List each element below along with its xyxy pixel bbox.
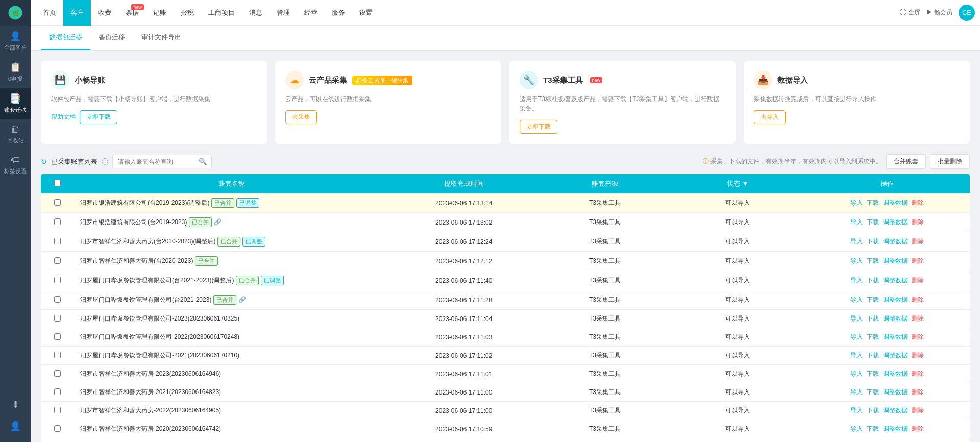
row-action-10-删除[interactable]: 删除 <box>912 388 924 397</box>
row-checkbox-10[interactable] <box>54 388 61 395</box>
download-now-btn[interactable]: 立即下载 <box>80 110 117 124</box>
row-action-8-调整数据[interactable]: 调整数据 <box>883 351 908 360</box>
row-action-2-下载[interactable]: 下载 <box>867 237 879 246</box>
row-action-1-删除[interactable]: 删除 <box>912 218 924 227</box>
row-link-icon-1[interactable]: 🔗 <box>214 218 222 226</box>
row-checkbox-9[interactable] <box>54 370 61 377</box>
row-checkbox-5[interactable] <box>54 296 61 303</box>
help-doc-link[interactable]: 帮助文档 <box>51 113 76 121</box>
row-action-4-调整数据[interactable]: 调整数据 <box>883 276 908 285</box>
row-action-3-下载[interactable]: 下载 <box>867 257 879 265</box>
nav-home[interactable]: 首页 <box>36 0 63 26</box>
row-action-12-导入[interactable]: 导入 <box>850 425 863 433</box>
row-action-11-导入[interactable]: 导入 <box>850 406 863 415</box>
row-checkbox-4[interactable] <box>54 277 61 283</box>
nav-business[interactable]: 工商项目 <box>201 0 242 26</box>
merge-btn[interactable]: 合并账套 <box>886 154 926 169</box>
row-action-9-调整数据[interactable]: 调整数据 <box>883 370 908 378</box>
sidebar-item-label-settings[interactable]: 🏷 标签设置 <box>0 150 31 180</box>
select-all-checkbox[interactable] <box>54 180 61 186</box>
row-action-9-删除[interactable]: 删除 <box>912 370 924 378</box>
row-action-0-删除[interactable]: 删除 <box>912 199 924 207</box>
row-checkbox-12[interactable] <box>54 425 61 432</box>
row-action-4-导入[interactable]: 导入 <box>850 276 863 285</box>
row-action-12-下载[interactable]: 下载 <box>867 425 879 433</box>
sidebar-item-recycle[interactable]: 🗑 回收站 <box>0 119 31 150</box>
download-t3-btn[interactable]: 立即下载 <box>520 120 557 134</box>
row-action-2-删除[interactable]: 删除 <box>912 237 924 246</box>
row-action-1-导入[interactable]: 导入 <box>850 218 863 227</box>
row-action-3-导入[interactable]: 导入 <box>850 257 863 265</box>
sidebar-item-user[interactable]: 👤 <box>0 415 31 437</box>
row-checkbox-1[interactable] <box>54 218 61 225</box>
row-checkbox-2[interactable] <box>54 238 61 244</box>
row-action-0-下载[interactable]: 下载 <box>867 199 879 207</box>
row-action-7-删除[interactable]: 删除 <box>912 333 924 341</box>
row-action-8-删除[interactable]: 删除 <box>912 351 924 360</box>
row-action-6-导入[interactable]: 导入 <box>850 314 863 323</box>
tab-backup-migration[interactable]: 备份迁移 <box>90 26 133 50</box>
row-action-0-调整数据[interactable]: 调整数据 <box>883 199 908 207</box>
row-action-10-导入[interactable]: 导入 <box>850 388 863 397</box>
row-action-7-下载[interactable]: 下载 <box>867 333 879 341</box>
status-filter-icon[interactable]: ▼ <box>742 180 748 187</box>
row-action-10-下载[interactable]: 下载 <box>867 388 879 397</box>
nav-message[interactable]: 消息 <box>242 0 270 26</box>
row-action-6-下载[interactable]: 下载 <box>867 314 879 323</box>
row-action-2-导入[interactable]: 导入 <box>850 237 863 246</box>
member-btn[interactable]: ▶ 畅会员 <box>926 8 952 17</box>
row-action-9-下载[interactable]: 下载 <box>867 370 879 378</box>
refresh-icon[interactable]: ↻ <box>41 158 47 166</box>
nav-settings[interactable]: 设置 <box>352 0 380 26</box>
batch-delete-btn[interactable]: 批量删除 <box>930 154 970 169</box>
row-action-8-导入[interactable]: 导入 <box>850 351 863 360</box>
tab-audit-export[interactable]: 审计文件导出 <box>133 26 189 50</box>
search-input[interactable] <box>113 156 194 168</box>
row-action-6-删除[interactable]: 删除 <box>912 314 924 323</box>
search-button[interactable]: 🔍 <box>194 155 211 168</box>
row-action-1-下载[interactable]: 下载 <box>867 218 879 227</box>
nav-operations[interactable]: 经营 <box>297 0 325 26</box>
row-action-5-下载[interactable]: 下载 <box>867 296 879 304</box>
row-action-3-删除[interactable]: 删除 <box>912 257 924 265</box>
row-action-3-调整数据[interactable]: 调整数据 <box>883 257 908 265</box>
tab-data-migration[interactable]: 数据包迁移 <box>41 26 90 50</box>
row-action-12-调整数据[interactable]: 调整数据 <box>883 425 908 433</box>
sidebar-item-zero-report[interactable]: 📋 0申报 <box>0 57 31 88</box>
row-action-6-调整数据[interactable]: 调整数据 <box>883 314 908 323</box>
row-action-5-删除[interactable]: 删除 <box>912 296 924 304</box>
nav-service[interactable]: 服务 <box>325 0 352 26</box>
sidebar-item-download[interactable]: ⬇ <box>0 394 31 415</box>
row-action-8-下载[interactable]: 下载 <box>867 351 879 360</box>
row-action-11-调整数据[interactable]: 调整数据 <box>883 406 908 415</box>
nav-invoice[interactable]: 票据 new <box>118 0 146 26</box>
row-action-5-导入[interactable]: 导入 <box>850 296 863 304</box>
row-action-2-调整数据[interactable]: 调整数据 <box>883 237 908 246</box>
nav-accounting[interactable]: 记账 <box>146 0 174 26</box>
row-action-11-删除[interactable]: 删除 <box>912 406 924 415</box>
go-import-btn[interactable]: 去导入 <box>754 110 786 124</box>
row-checkbox-8[interactable] <box>54 352 61 358</box>
row-checkbox-3[interactable] <box>54 257 61 264</box>
sidebar-item-account-migration[interactable]: 📑 账套迁移 <box>0 88 31 119</box>
row-action-0-导入[interactable]: 导入 <box>850 199 863 207</box>
row-checkbox-11[interactable] <box>54 407 61 413</box>
row-checkbox-0[interactable] <box>54 199 61 206</box>
fullscreen-btn[interactable]: ⛶ 全屏 <box>900 8 920 17</box>
row-link-icon-5[interactable]: 🔗 <box>238 296 246 303</box>
sidebar-item-all-clients[interactable]: 👤 全部客户 <box>0 26 31 57</box>
row-action-4-删除[interactable]: 删除 <box>912 276 924 285</box>
row-checkbox-7[interactable] <box>54 333 61 340</box>
nav-client[interactable]: 客户 <box>63 0 91 26</box>
nav-billing[interactable]: 收费 <box>91 0 118 26</box>
go-collect-btn[interactable]: 去采集 <box>285 110 317 124</box>
row-checkbox-6[interactable] <box>54 315 61 322</box>
row-action-11-下载[interactable]: 下载 <box>867 406 879 415</box>
user-avatar[interactable]: CE <box>959 5 975 21</box>
row-action-4-下载[interactable]: 下载 <box>867 276 879 285</box>
list-help-icon[interactable]: ⓘ <box>102 157 108 166</box>
row-action-1-调整数据[interactable]: 调整数据 <box>883 218 908 227</box>
row-action-9-导入[interactable]: 导入 <box>850 370 863 378</box>
row-action-7-调整数据[interactable]: 调整数据 <box>883 333 908 341</box>
app-logo[interactable]: 🌿 <box>0 0 31 26</box>
